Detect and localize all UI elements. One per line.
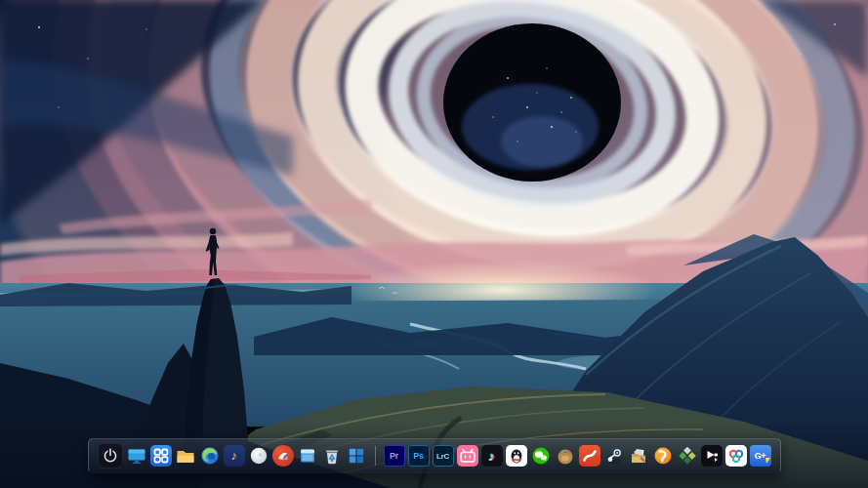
desktop: ♪ [0, 0, 868, 488]
bilibili-tv-icon [457, 445, 478, 467]
app-grid-icon [150, 445, 172, 467]
blue-tiles-icon [346, 445, 367, 467]
dock-item-launcher[interactable] [150, 445, 172, 467]
dock-item-qq[interactable] [506, 445, 527, 467]
game-icon [555, 445, 576, 467]
qq-penguin-icon [506, 445, 527, 467]
red-media-icon [272, 445, 294, 467]
dock-item-bilibili[interactable] [457, 445, 478, 467]
dock-item-white-disc[interactable] [248, 445, 269, 467]
black-hole-core [443, 23, 621, 182]
dock-item-archive[interactable] [628, 445, 649, 467]
orange-swirl-icon [652, 445, 674, 467]
dock-item-rings[interactable] [725, 445, 747, 467]
lightning-icon [764, 458, 770, 464]
dock-item-diamond-tiles[interactable] [677, 445, 698, 467]
dock-item-game[interactable] [555, 445, 576, 467]
folder-icon [175, 445, 196, 467]
dock-item-file-manager[interactable] [175, 445, 196, 467]
music-note-icon: ♪ [231, 449, 237, 463]
wechat-icon [530, 445, 552, 467]
edge-browser-icon [199, 445, 221, 467]
dock-item-window[interactable] [297, 445, 318, 467]
douyin-note-icon: ♪ [488, 449, 495, 464]
dock: ♪ [88, 438, 781, 473]
dock-item-g-helper[interactable]: G+ [750, 445, 771, 467]
dock-item-orange-swirl[interactable] [652, 445, 674, 467]
dock-item-recycle-bin[interactable] [321, 445, 343, 467]
power-button[interactable] [98, 443, 123, 468]
orange-ribbon-icon [579, 445, 600, 467]
archive-folder-icon [628, 445, 649, 467]
lightroom-label: LrC [436, 452, 449, 461]
wallpaper [0, 0, 868, 488]
recycle-bin-icon [321, 445, 343, 467]
monitor-icon [126, 445, 147, 467]
photoshop-label: Ps [413, 451, 423, 461]
dock-item-music[interactable]: ♪ [224, 445, 245, 467]
dock-item-edge[interactable] [199, 445, 221, 467]
dock-item-douyin[interactable]: ♪ [481, 445, 503, 467]
premiere-label: Pr [390, 451, 398, 461]
dock-item-tiles[interactable] [346, 445, 367, 467]
dock-item-display[interactable] [126, 445, 147, 467]
dock-item-steam[interactable] [603, 445, 625, 467]
dock-item-premiere[interactable]: Pr [384, 445, 405, 467]
colored-rings-icon [725, 445, 747, 467]
capcut-icon [701, 445, 723, 467]
dock-item-capcut[interactable] [701, 445, 723, 467]
dock-item-red-media[interactable] [272, 445, 294, 467]
window-icon [297, 445, 318, 467]
dock-item-orange-ribbon[interactable] [579, 445, 600, 467]
dock-separator [375, 446, 376, 466]
white-disc-icon [248, 445, 269, 467]
dock-item-wechat[interactable] [530, 445, 552, 467]
diamond-tiles-icon [677, 445, 698, 467]
power-icon [103, 448, 118, 464]
dock-item-lightroom[interactable]: LrC [433, 445, 454, 467]
steam-icon [603, 445, 625, 467]
dock-item-photoshop[interactable]: Ps [408, 445, 430, 467]
